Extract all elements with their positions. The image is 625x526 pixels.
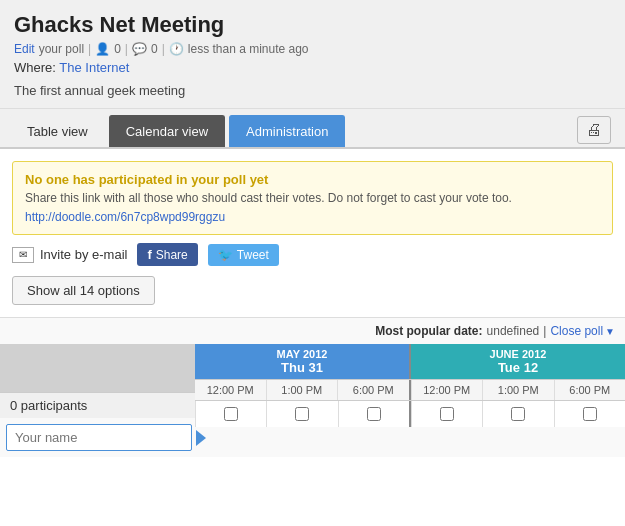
chevron-down-icon: ▼ <box>605 326 615 337</box>
time-headers-row: 12:00 PM 1:00 PM 6:00 PM 12:00 PM 1:00 P… <box>195 379 625 400</box>
social-area: ✉ Invite by e-mail f Share 🐦 Tweet <box>12 243 613 266</box>
poll-label: your poll <box>39 42 84 56</box>
clock-icon: 🕐 <box>169 42 184 56</box>
may-label: MAY 2012 <box>277 348 328 360</box>
invite-label: Invite by e-mail <box>40 247 127 262</box>
warning-title: No one has participated in your poll yet <box>25 172 600 187</box>
time-5: 6:00 PM <box>554 380 626 400</box>
print-button[interactable]: 🖨 <box>577 116 611 144</box>
checkbox-input-0[interactable] <box>224 407 238 421</box>
checkbox-input-3[interactable] <box>440 407 454 421</box>
twitter-icon: 🐦 <box>218 248 233 262</box>
where-label: Where: <box>14 60 56 75</box>
month-header-row: MAY 2012 Thu 31 JUNE 2012 Tue 12 <box>195 344 625 379</box>
tab-calendar-view[interactable]: Calendar view <box>109 115 225 147</box>
checkbox-2[interactable] <box>338 401 409 427</box>
most-popular-label: Most popular date: <box>375 324 482 338</box>
sep3: | <box>162 42 165 56</box>
warning-banner: No one has participated in your poll yet… <box>12 161 613 235</box>
checkbox-input-1[interactable] <box>295 407 309 421</box>
location-link[interactable]: The Internet <box>59 60 129 75</box>
email-icon: ✉ <box>12 247 34 263</box>
may-header: MAY 2012 Thu 31 <box>195 344 409 379</box>
person-icon: 👤 <box>95 42 110 56</box>
checkbox-input-5[interactable] <box>583 407 597 421</box>
name-input-wrapper <box>0 418 195 457</box>
comments-count: 0 <box>151 42 158 56</box>
warning-text: Share this link with all those who shoul… <box>25 191 600 205</box>
sep1: | <box>88 42 91 56</box>
fb-label: Share <box>156 248 188 262</box>
facebook-icon: f <box>147 247 151 262</box>
calendar-area: Most popular date: undefined | Close pol… <box>0 317 625 457</box>
time-1: 1:00 PM <box>266 380 338 400</box>
grid-right: MAY 2012 Thu 31 JUNE 2012 Tue 12 12:00 P… <box>195 344 625 457</box>
participants-count-label: 0 participants <box>10 398 87 413</box>
where-row: Where: The Internet <box>14 60 611 75</box>
checkbox-input-2[interactable] <box>367 407 381 421</box>
facebook-share-button[interactable]: f Share <box>137 243 197 266</box>
tab-administration[interactable]: Administration <box>229 115 345 147</box>
left-column: 0 participants <box>0 344 195 457</box>
sep2: | <box>125 42 128 56</box>
time-label: less than a minute ago <box>188 42 309 56</box>
tweet-label: Tweet <box>237 248 269 262</box>
participants-count: 0 <box>114 42 121 56</box>
may-day: Thu 31 <box>281 360 323 375</box>
time-4: 1:00 PM <box>482 380 554 400</box>
checkbox-4[interactable] <box>482 401 553 427</box>
description: The first annual geek meeting <box>14 83 611 98</box>
print-icon: 🖨 <box>586 121 602 138</box>
page-title: Ghacks Net Meeting <box>14 12 611 38</box>
checkbox-0[interactable] <box>195 401 266 427</box>
checkbox-input-4[interactable] <box>511 407 525 421</box>
checkboxes-row <box>195 400 625 427</box>
june-label: JUNE 2012 <box>490 348 547 360</box>
poll-link[interactable]: http://doodle.com/6n7cp8wpd99rggzu <box>25 210 225 224</box>
tab-table-view[interactable]: Table view <box>10 115 105 147</box>
time-0: 12:00 PM <box>195 380 266 400</box>
separator: | <box>543 324 546 338</box>
name-input[interactable] <box>6 424 192 451</box>
header-meta: Edit your poll | 👤 0 | 💬 0 | 🕐 less than… <box>14 42 611 56</box>
checkbox-1[interactable] <box>266 401 337 427</box>
most-popular-value: undefined <box>487 324 540 338</box>
time-3: 12:00 PM <box>411 380 483 400</box>
header: Ghacks Net Meeting Edit your poll | 👤 0 … <box>0 0 625 109</box>
show-all-area: Show all 14 options <box>12 276 613 305</box>
invite-by-email[interactable]: ✉ Invite by e-mail <box>12 247 127 263</box>
june-day: Tue 12 <box>498 360 538 375</box>
left-month-spacer <box>0 344 195 392</box>
close-poll-link[interactable]: Close poll ▼ <box>550 324 615 338</box>
comment-icon: 💬 <box>132 42 147 56</box>
june-header: JUNE 2012 Tue 12 <box>411 344 625 379</box>
tweet-button[interactable]: 🐦 Tweet <box>208 244 279 266</box>
show-all-options-button[interactable]: Show all 14 options <box>12 276 155 305</box>
tabs-bar: Table view Calendar view Administration … <box>0 109 625 149</box>
checkbox-3[interactable] <box>411 401 482 427</box>
checkbox-5[interactable] <box>554 401 625 427</box>
participants-label: 0 participants <box>0 392 195 418</box>
time-2: 6:00 PM <box>337 380 409 400</box>
most-popular-bar: Most popular date: undefined | Close pol… <box>0 318 625 344</box>
edit-link[interactable]: Edit <box>14 42 35 56</box>
grid-wrapper: 0 participants MAY 2012 Thu 31 <box>0 344 625 457</box>
close-poll-label: Close poll <box>550 324 603 338</box>
